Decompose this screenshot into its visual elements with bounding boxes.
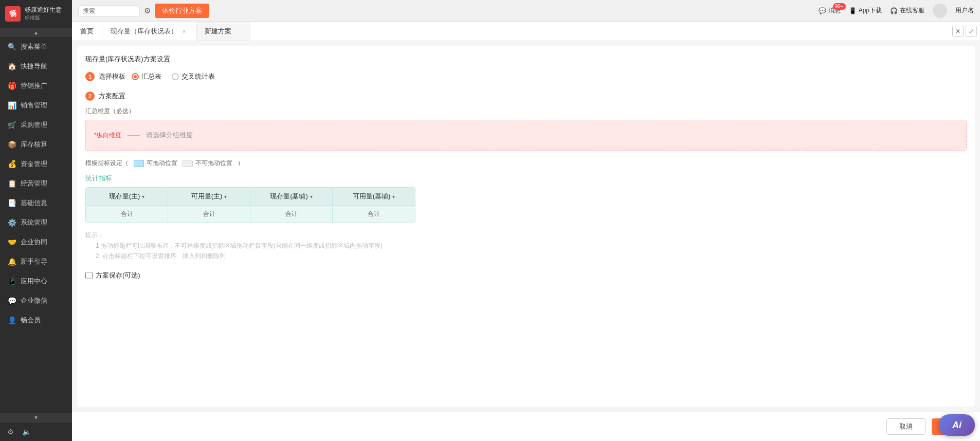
indicator-non-draggable: 不可拖动位置 <box>183 159 232 168</box>
tips-item-1: 2. 点击标题栏下拉可设置排序、插入列和删除列 <box>96 252 967 261</box>
col-0-chevron: ▾ <box>142 194 144 199</box>
dimension-box: *纵向维度 —— 请选择分组维度 <box>85 120 967 151</box>
topbar: ⚙ 体验行业方案 💬 消息 99+ 📱 App下载 🎧 在线客服 用户名 <box>72 0 980 22</box>
indicator-draggable: 可拖动位置 <box>134 159 177 168</box>
sidebar-item-basicinfo[interactable]: 📑 基础信息 <box>0 193 72 213</box>
template-indicator-label: 模板指标设定（ <box>85 159 129 168</box>
stats-table: 现存量(主) ▾ 合计 可用量(主) ▾ 合计 <box>85 187 415 223</box>
ai-float-button[interactable]: Ai <box>939 414 975 436</box>
sidebar-item-marketing[interactable]: 🎁 营销推广 <box>0 76 72 96</box>
stats-col-cell-3: 合计 <box>333 206 415 223</box>
sidebar-item-label: 资金管理 <box>21 159 47 169</box>
sidebar-item-newguide[interactable]: 🔔 新手引导 <box>0 252 72 271</box>
sidebar-item-inventory[interactable]: 📦 库存核算 <box>0 135 72 154</box>
bottom-bar: 取消 查询 <box>72 412 980 441</box>
stats-col-3: 可用量(基辅) ▾ 合计 <box>333 188 415 223</box>
radio-summary[interactable]: 汇总表 <box>132 72 161 81</box>
cart-icon: 🛒 <box>7 120 16 130</box>
template-indicator-suffix: ） <box>238 159 244 168</box>
mobile-icon: 📱 <box>7 277 16 286</box>
app-name: 畅康通好生意 标准版 <box>25 6 62 22</box>
tab-new-plan[interactable]: 新建方案 × <box>196 22 250 41</box>
radio-crosstab-dot <box>172 73 179 80</box>
draggable-indicator-box <box>134 160 144 167</box>
dimension-separator: —— <box>128 132 140 139</box>
sidebar-item-finance[interactable]: 💰 资金管理 <box>0 154 72 174</box>
sidebar-item-sales[interactable]: 📊 销售管理 <box>0 96 72 115</box>
stats-col-cell-2: 合计 <box>250 206 332 223</box>
stats-col-header-1[interactable]: 可用量(主) ▾ <box>168 188 250 206</box>
dimension-placeholder[interactable]: 请选择分组维度 <box>146 131 193 140</box>
sidebar-item-label: 畅会员 <box>21 316 41 325</box>
stats-col-cell-0: 合计 <box>86 206 168 223</box>
sidebar-item-purchase[interactable]: 🛒 采购管理 <box>0 115 72 135</box>
sidebar-item-label: 企业微信 <box>21 296 47 305</box>
sidebar-scroll-down[interactable]: ▼ <box>0 413 72 422</box>
main-area: ⚙ 体验行业方案 💬 消息 99+ 📱 App下载 🎧 在线客服 用户名 首页 <box>72 0 980 441</box>
stats-col-0: 现存量(主) ▾ 合计 <box>86 188 168 223</box>
radio-summary-dot <box>132 73 139 80</box>
settings-footer-icon[interactable]: ⚙ <box>7 428 14 436</box>
service-button[interactable]: 🎧 在线客服 <box>890 6 924 15</box>
template-radio-group: 汇总表 交叉统计表 <box>132 72 215 81</box>
section1-title: 选择模板 <box>99 72 125 81</box>
trial-button[interactable]: 体验行业方案 <box>155 4 209 18</box>
money-icon: 💰 <box>7 159 16 169</box>
tab-inventory-close[interactable]: × <box>180 28 188 35</box>
sidebar-item-appcenter[interactable]: 📱 应用中心 <box>0 271 72 291</box>
topbar-right: 💬 消息 99+ 📱 App下载 🎧 在线客服 用户名 <box>819 4 974 18</box>
sidebar-item-quicknav[interactable]: 🏠 快捷导航 <box>0 57 72 76</box>
section2-header: 2 方案配置 <box>85 91 967 101</box>
tab-inventory[interactable]: 现存量（库存状况表） × <box>102 22 196 41</box>
sidebar-item-cooperation[interactable]: 🤝 企业协同 <box>0 232 72 252</box>
save-checkbox[interactable] <box>85 272 93 279</box>
page-title: 现存量(库存状况表)方案设置 <box>85 54 967 64</box>
sidebar-footer: ⚙ 🔈 <box>0 422 72 441</box>
sidebar-item-label: 企业协同 <box>21 237 47 247</box>
sidebar-nav: 🔍 搜索菜单 🏠 快捷导航 🎁 营销推广 📊 销售管理 🛒 采购管理 📦 库存核… <box>0 37 72 413</box>
stats-col-header-2[interactable]: 现存量(基辅) ▾ <box>250 188 332 206</box>
topbar-gear-icon[interactable]: ⚙ <box>144 6 151 15</box>
radio-crosstab[interactable]: 交叉统计表 <box>172 72 215 81</box>
tab-home[interactable]: 首页 <box>72 22 102 41</box>
stats-col-2: 现存量(基辅) ▾ 合计 <box>250 188 333 223</box>
tips-section: 提示： 1.拖动标题栏可以调整布局，不可跨维度或指标区域拖动栏目字段(只能在同一… <box>85 231 967 261</box>
sidebar-item-member[interactable]: 👤 畅会员 <box>0 310 72 330</box>
search-icon: 🔍 <box>7 42 16 51</box>
tab-new-close[interactable]: × <box>234 28 242 35</box>
message-badge: 99+ <box>833 3 846 10</box>
stats-col-cell-1: 合计 <box>168 206 250 223</box>
template-indicator-row: 模板指标设定（ 可拖动位置 不可拖动位置 ） <box>85 159 967 168</box>
ai-label: Ai <box>952 420 961 431</box>
user-avatar[interactable] <box>933 4 947 18</box>
dimension-row: *纵向维度 —— 请选择分组维度 <box>94 131 958 140</box>
bell-icon: 🔔 <box>7 257 16 266</box>
tabs-controls: ✕ ⤢ <box>952 22 980 41</box>
sidebar-scroll-up[interactable]: ▲ <box>0 28 72 37</box>
handshake-icon: 🤝 <box>7 237 16 247</box>
chat-icon: 💬 <box>7 296 16 305</box>
sidebar-item-management[interactable]: 📋 经营管理 <box>0 174 72 193</box>
cancel-button[interactable]: 取消 <box>886 418 925 435</box>
sound-footer-icon[interactable]: 🔈 <box>22 428 31 436</box>
app-download-button[interactable]: 📱 App下载 <box>849 6 882 15</box>
col-3-chevron: ▾ <box>392 194 395 199</box>
sidebar-item-label: 快捷导航 <box>21 62 47 71</box>
tab-expand-btn[interactable]: ⤢ <box>966 26 977 37</box>
sidebar-item-search[interactable]: 🔍 搜索菜单 <box>0 37 72 57</box>
sidebar-item-label: 库存核算 <box>21 140 47 149</box>
app-logo: 畅 畅康通好生意 标准版 <box>0 0 72 28</box>
search-input[interactable] <box>78 5 140 16</box>
stats-col-header-0[interactable]: 现存量(主) ▾ <box>86 188 168 206</box>
message-button[interactable]: 💬 消息 99+ <box>819 6 841 15</box>
sidebar: 畅 畅康通好生意 标准版 ▲ 🔍 搜索菜单 🏠 快捷导航 🎁 营销推广 📊 销售… <box>0 0 72 441</box>
save-option: 方案保存(可选) <box>85 271 967 280</box>
stats-col-header-3[interactable]: 可用量(基辅) ▾ <box>333 188 415 206</box>
tab-close-btn[interactable]: ✕ <box>952 26 964 37</box>
chart-icon: 📊 <box>7 101 16 110</box>
sidebar-item-system[interactable]: ⚙️ 系统管理 <box>0 213 72 232</box>
tabs-bar: 首页 现存量（库存状况表） × 新建方案 × ✕ ⤢ <box>72 22 980 41</box>
sidebar-item-corpwechat[interactable]: 💬 企业微信 <box>0 291 72 310</box>
user-icon: 👤 <box>7 316 16 325</box>
tab-new-label: 新建方案 <box>205 27 231 36</box>
